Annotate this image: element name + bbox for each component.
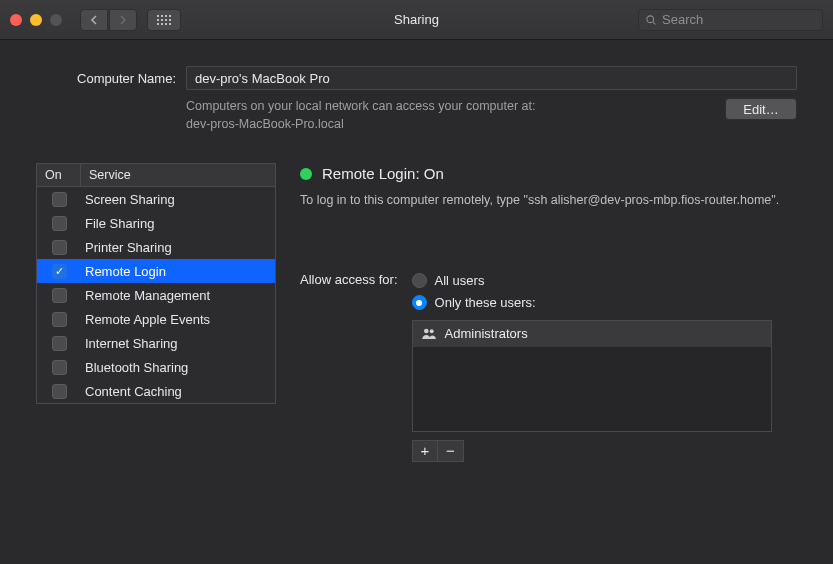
- minimize-window-button[interactable]: [30, 14, 42, 26]
- service-row-printer-sharing[interactable]: Printer Sharing: [37, 235, 275, 259]
- service-row-internet-sharing[interactable]: Internet Sharing: [37, 331, 275, 355]
- radio-all-users[interactable]: All users: [412, 270, 772, 292]
- show-all-button[interactable]: [147, 9, 181, 31]
- radio-icon: [412, 295, 427, 310]
- user-row[interactable]: Administrators: [413, 321, 771, 347]
- nav-buttons: [80, 9, 137, 31]
- col-service: Service: [81, 164, 275, 186]
- service-label: Printer Sharing: [81, 240, 275, 255]
- service-status: Remote Login: On: [322, 165, 444, 182]
- radio-only-these-users[interactable]: Only these users:: [412, 292, 772, 314]
- titlebar: Sharing Search: [0, 0, 833, 40]
- service-checkbox[interactable]: [52, 288, 67, 303]
- svg-point-3: [429, 329, 433, 333]
- add-user-button[interactable]: +: [413, 441, 439, 461]
- users-icon: [421, 326, 437, 342]
- status-indicator-icon: [300, 168, 312, 180]
- service-checkbox[interactable]: [52, 240, 67, 255]
- service-label: Screen Sharing: [81, 192, 275, 207]
- close-window-button[interactable]: [10, 14, 22, 26]
- service-row-bluetooth-sharing[interactable]: Bluetooth Sharing: [37, 355, 275, 379]
- services-header: On Service: [37, 164, 275, 187]
- search-field[interactable]: Search: [638, 9, 823, 31]
- service-checkbox[interactable]: [52, 384, 67, 399]
- service-label: File Sharing: [81, 216, 275, 231]
- forward-button[interactable]: [109, 9, 137, 31]
- service-checkbox[interactable]: [52, 192, 67, 207]
- service-row-remote-management[interactable]: Remote Management: [37, 283, 275, 307]
- service-checkbox[interactable]: [52, 336, 67, 351]
- svg-point-0: [647, 15, 654, 22]
- radio-icon: [412, 273, 427, 288]
- service-label: Internet Sharing: [81, 336, 275, 351]
- service-label: Bluetooth Sharing: [81, 360, 275, 375]
- service-checkbox[interactable]: [52, 360, 67, 375]
- service-row-remote-login[interactable]: ✓Remote Login: [37, 259, 275, 283]
- service-checkbox[interactable]: [52, 312, 67, 327]
- service-row-content-caching[interactable]: Content Caching: [37, 379, 275, 403]
- add-remove-buttons: + −: [412, 440, 464, 462]
- col-on: On: [37, 164, 81, 186]
- edit-button[interactable]: Edit…: [725, 98, 797, 120]
- search-placeholder: Search: [662, 12, 703, 27]
- svg-point-2: [424, 328, 429, 333]
- service-row-screen-sharing[interactable]: Screen Sharing: [37, 187, 275, 211]
- computer-name-hint: Computers on your local network can acce…: [186, 98, 711, 133]
- service-label: Remote Management: [81, 288, 275, 303]
- service-label: Content Caching: [81, 384, 275, 399]
- search-icon: [645, 14, 657, 26]
- service-label: Remote Apple Events: [81, 312, 275, 327]
- service-row-remote-apple-events[interactable]: Remote Apple Events: [37, 307, 275, 331]
- computer-name-label: Computer Name:: [36, 71, 176, 86]
- service-checkbox[interactable]: ✓: [52, 264, 67, 279]
- back-button[interactable]: [80, 9, 108, 31]
- services-table: On Service Screen SharingFile SharingPri…: [36, 163, 276, 404]
- window-controls: [10, 14, 62, 26]
- service-checkbox[interactable]: [52, 216, 67, 231]
- service-row-file-sharing[interactable]: File Sharing: [37, 211, 275, 235]
- zoom-window-button[interactable]: [50, 14, 62, 26]
- svg-line-1: [653, 21, 656, 24]
- grid-icon: [157, 15, 171, 25]
- login-instruction: To log in to this computer remotely, typ…: [300, 192, 797, 210]
- remove-user-button[interactable]: −: [438, 441, 463, 461]
- detail-pane: Remote Login: On To log in to this compu…: [300, 163, 797, 462]
- access-label: Allow access for:: [300, 270, 398, 287]
- service-label: Remote Login: [81, 264, 275, 279]
- users-list[interactable]: Administrators: [412, 320, 772, 432]
- computer-name-field[interactable]: dev-pro's MacBook Pro: [186, 66, 797, 90]
